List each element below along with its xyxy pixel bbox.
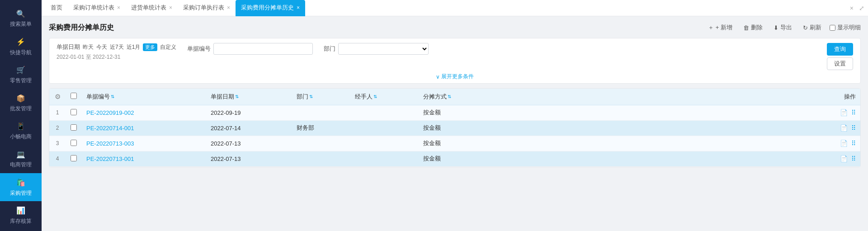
row-3-more-button[interactable]: ⠿ [851, 140, 856, 147]
settings-gear-icon[interactable]: ⚙ [55, 93, 61, 100]
row-4-handler [350, 151, 419, 166]
shortcut-7days[interactable]: 近7天 [110, 43, 124, 51]
shortcut-yesterday[interactable]: 昨天 [83, 43, 94, 51]
row-1-more-button[interactable]: ⠿ [851, 109, 856, 116]
show-detail-checkbox[interactable] [830, 25, 835, 31]
col-doc-number: 单据编号 ⇅ [82, 89, 206, 105]
row-3-actions: 📄 ⠿ [824, 136, 860, 151]
shortcut-1month[interactable]: 近1月 [127, 43, 141, 51]
inventory-icon: 📊 [2, 206, 40, 216]
row-3-checkbox [66, 136, 82, 151]
row-1-date: 2022-09-19 [206, 105, 292, 120]
row-3-num: 3 [49, 136, 66, 151]
sidebar-item-wholesale[interactable]: 📦 批发管理 [0, 89, 42, 117]
sidebar-item-finance[interactable]: 💰 资金管理 [0, 230, 42, 231]
content-area: 采购费用分摊单历史 ＋ + 新增 🗑 删除 ⬇ 导出 ↻ 刷新 [42, 16, 868, 231]
delete-icon: 🗑 [743, 24, 749, 31]
tabs-bar: 首页 采购订单统计表 × 进货单统计表 × 采购订单执行表 × 采购费用分摊单历… [42, 0, 868, 16]
row-4-actions: 📄 ⠿ [824, 151, 860, 166]
sidebar: 🔍 搜索菜单 ⚡ 快捷导航 🛒 零售管理 📦 批发管理 📱 小畅电商 💻 电商管… [0, 0, 42, 231]
row-3-date: 2022-07-13 [206, 136, 292, 151]
sidebar-item-ecom[interactable]: 💻 电商管理 [0, 145, 42, 173]
filter-date-inline: 单据日期 昨天 今天 近7天 近1月 更多 自定义 [57, 43, 176, 51]
close-tab-purchase-cost-history[interactable]: × [297, 5, 300, 11]
expand-more-row: ∨ 展开更多条件 [57, 73, 853, 80]
dept-select[interactable] [338, 43, 429, 55]
tab-purchase-order-exec[interactable]: 采购订单执行表 × [178, 0, 236, 16]
row-3-doc-link[interactable]: PE-20220713-003 [86, 140, 134, 147]
date-shortcuts: 昨天 今天 近7天 近1月 更多 自定义 [83, 43, 176, 51]
row-4-date: 2022-07-13 [206, 151, 292, 166]
sidebar-item-inventory[interactable]: 📊 库存核算 [0, 201, 42, 229]
col-settings: ⚙ [49, 89, 66, 105]
add-button[interactable]: ＋ + 新增 [705, 22, 735, 33]
row-2-num: 2 [49, 120, 66, 136]
col-action: 操作 [824, 89, 860, 105]
row-3-doc-number: PE-20220713-003 [82, 136, 206, 151]
row-4-checkbox [66, 151, 82, 166]
row-4-split-method: 按金额 [419, 151, 824, 166]
col-handler: 经手人 ⇅ [350, 89, 419, 105]
close-tab-purchase-order-exec[interactable]: × [227, 5, 230, 11]
row-4-view-button[interactable]: 📄 [840, 155, 848, 162]
row-1-doc-link[interactable]: PE-20220919-002 [86, 109, 134, 116]
close-tab-purchase-order-stats[interactable]: × [117, 5, 120, 11]
row-1-checkbox [66, 105, 82, 120]
tab-purchase-cost-history[interactable]: 采购费用分摊单历史 × [236, 0, 305, 16]
purchase-icon: 🛍️ [2, 178, 40, 188]
filter-row-1: 单据日期 昨天 今天 近7天 近1月 更多 自定义 2022-01-01 至 2… [57, 43, 853, 70]
query-button[interactable]: 查询 [827, 43, 853, 56]
col-checkbox-header [66, 89, 82, 105]
select-all-checkbox[interactable] [71, 93, 77, 99]
row-2-actions: 📄 ⠿ [824, 120, 860, 136]
doc-number-sort-icon[interactable]: ⇅ [111, 94, 114, 99]
tab-purchase-order-stats[interactable]: 采购订单统计表 × [68, 0, 126, 16]
sidebar-item-search[interactable]: 🔍 搜索菜单 [0, 5, 42, 33]
row-3-dept [292, 136, 350, 151]
shortcut-more[interactable]: 更多 [143, 43, 157, 51]
sidebar-item-retail[interactable]: 🛒 零售管理 [0, 61, 42, 89]
row-2-view-button[interactable]: 📄 [840, 124, 848, 132]
row-1-actions: 📄 ⠿ [824, 105, 860, 120]
docnum-input[interactable] [213, 43, 313, 55]
window-expand-button[interactable]: ⤢ [859, 5, 864, 12]
row-2-more-button[interactable]: ⠿ [851, 124, 856, 132]
window-close-button[interactable]: × [850, 5, 854, 12]
table-row: 3 PE-20220713-003 2022-07-13 按金额 📄 ⠿ [49, 136, 860, 151]
table-row: 4 PE-20220713-001 2022-07-13 按金额 📄 ⠿ [49, 151, 860, 166]
handler-sort-icon[interactable]: ⇅ [373, 94, 377, 99]
filter-docnum-group: 单据编号 [187, 43, 313, 55]
tabs-window-controls: × ⤢ [850, 5, 864, 12]
filter-dept-inline: 部门 [324, 43, 429, 55]
sidebar-item-mini-ecom[interactable]: 📱 小畅电商 [0, 117, 42, 145]
sidebar-item-purchase[interactable]: 🛍️ 采购管理 [0, 173, 42, 201]
row-3-split-method: 按金额 [419, 136, 824, 151]
show-detail-toggle[interactable]: 显示明细 [830, 24, 861, 32]
refresh-button[interactable]: ↻ 刷新 [800, 22, 824, 33]
table-row: 1 PE-20220919-002 2022-09-19 按金额 📄 ⠿ [49, 105, 860, 120]
table-header: ⚙ 单据编号 ⇅ 单据日期 [49, 89, 860, 105]
row-4-doc-link[interactable]: PE-20220713-001 [86, 156, 134, 162]
close-tab-inbound-stats[interactable]: × [169, 5, 172, 11]
refresh-icon: ↻ [803, 24, 808, 31]
delete-button[interactable]: 🗑 删除 [741, 22, 765, 33]
row-2-split-method: 按金额 [419, 120, 824, 136]
row-4-more-button[interactable]: ⠿ [851, 155, 856, 162]
expand-more-button[interactable]: ∨ 展开更多条件 [436, 73, 474, 80]
sidebar-item-quick-nav[interactable]: ⚡ 快捷导航 [0, 33, 42, 61]
retail-icon: 🛒 [2, 65, 40, 75]
settings-button[interactable]: 设置 [827, 57, 853, 70]
date-sort-icon[interactable]: ⇅ [235, 94, 239, 99]
shortcut-custom[interactable]: 自定义 [160, 43, 176, 51]
row-2-doc-link[interactable]: PE-20220714-001 [86, 125, 134, 132]
export-button[interactable]: ⬇ 导出 [771, 22, 795, 33]
split-method-sort-icon[interactable]: ⇅ [448, 94, 451, 99]
dept-sort-icon[interactable]: ⇅ [309, 94, 313, 99]
tab-home[interactable]: 首页 [45, 0, 68, 16]
wholesale-icon: 📦 [2, 94, 40, 104]
row-3-view-button[interactable]: 📄 [840, 140, 848, 147]
row-1-view-button[interactable]: 📄 [840, 109, 848, 116]
shortcut-today[interactable]: 今天 [96, 43, 107, 51]
tab-inbound-stats[interactable]: 进货单统计表 × [126, 0, 178, 16]
filter-date-group: 单据日期 昨天 今天 近7天 近1月 更多 自定义 2022-01-01 至 2… [57, 43, 176, 61]
